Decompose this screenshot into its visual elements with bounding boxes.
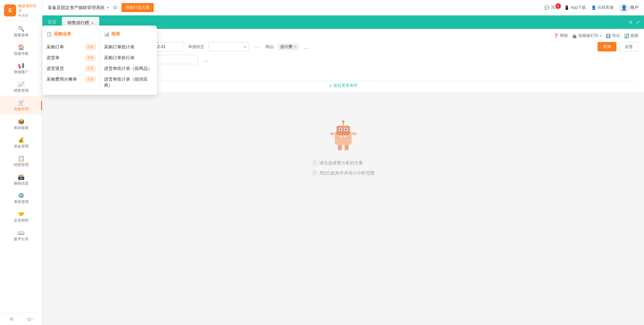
goods-tag-close-icon[interactable]: × bbox=[294, 44, 296, 49]
dropdown-item-stock-stat-supplier[interactable]: 进货单统计表（按供应商） bbox=[104, 74, 153, 91]
sidebar-item-label: 库存核算 bbox=[14, 126, 29, 130]
dropdown-item-purchase-fee[interactable]: 采购费用分摊单 历史 bbox=[46, 74, 96, 85]
industry-btn[interactable]: 体验行业方案 bbox=[121, 3, 154, 12]
sidebar-collapse-btn[interactable]: ◁▷ bbox=[26, 316, 33, 322]
help-label: 帮助 bbox=[560, 33, 568, 39]
svg-rect-8 bbox=[330, 132, 334, 135]
sidebar-item-purchase[interactable]: 🛒 采购管理 bbox=[0, 96, 42, 115]
sidebar-item-label: 销售管理 bbox=[14, 88, 29, 93]
svg-rect-11 bbox=[345, 145, 349, 150]
user-area[interactable]: 👤 用户 bbox=[619, 3, 639, 12]
basic-info-icon: 🗃️ bbox=[18, 174, 25, 180]
sidebar-item-marketing[interactable]: 📢 营销推广 bbox=[0, 59, 42, 78]
sidebar-item-label: 快捷导航 bbox=[14, 51, 29, 56]
dropdown-reports-title: 📊 报表 bbox=[104, 30, 153, 38]
dropdown-item-stock-return[interactable]: 进货退货 历史 bbox=[46, 63, 96, 74]
status-select[interactable] bbox=[208, 42, 249, 51]
purchase-icon: 🛒 bbox=[18, 99, 25, 106]
help-btn[interactable]: ❓ 帮助 bbox=[553, 33, 568, 39]
sidebar-item-system[interactable]: ⚙️ 系统管理 bbox=[0, 189, 42, 207]
sidebar-item-basic-info[interactable]: 🗃️ 基础信息 bbox=[0, 170, 42, 189]
export-btn[interactable]: ⬆️ 导出 bbox=[606, 33, 620, 39]
sidebar-item-label: 采购管理 bbox=[14, 107, 29, 111]
tab-close-icon[interactable]: × bbox=[91, 21, 94, 26]
logo-icon: 6 bbox=[4, 4, 16, 16]
purchase-exec-label: 采购订单执行表 bbox=[104, 55, 135, 61]
topbar-settings-icon[interactable]: ⚙ bbox=[113, 4, 117, 11]
export-label: 导出 bbox=[612, 33, 620, 39]
sidebar-item-sales[interactable]: 📈 销售管理 bbox=[0, 78, 42, 96]
topbar-right: 💬 消息 6 📱 App下载 👤 在线客服 👤 用户 bbox=[544, 3, 639, 12]
empty-hint-text-1: 请先选择要分析的方案 bbox=[319, 159, 363, 167]
sidebar-item-finance[interactable]: 💰 资金管理 bbox=[0, 133, 42, 152]
marketing-icon: 📢 bbox=[18, 63, 25, 69]
system-name-dropdown-icon[interactable]: ▾ bbox=[107, 5, 109, 10]
collapse-btn[interactable]: ∧ 收起更多条件 bbox=[329, 83, 358, 88]
svg-rect-10 bbox=[338, 145, 342, 150]
refresh-label: 刷新 bbox=[631, 33, 639, 39]
user-avatar: 👤 bbox=[619, 3, 629, 12]
tab-expand-icon[interactable]: ⤢ bbox=[636, 19, 640, 26]
inventory-icon: 📦 bbox=[18, 118, 25, 125]
purchase-fee-label: 采购费用分摊单 bbox=[46, 76, 77, 82]
empty-hint-step-2: 2 用[过滤]条件来缩小分析范围 bbox=[312, 169, 374, 177]
sidebar-footer: ⚙ ◁▷ bbox=[0, 313, 42, 325]
sidebar-item-label: 企业协同 bbox=[14, 218, 29, 222]
tab-close-window-icon[interactable]: ✕ bbox=[629, 19, 633, 26]
dropdown-item-stock-in[interactable]: 进货单 历史 bbox=[46, 52, 96, 63]
query-btn[interactable]: 查询 bbox=[598, 42, 616, 51]
empty-state-illustration bbox=[323, 120, 363, 153]
sidebar-item-cooperation[interactable]: 🤝 企业协同 bbox=[0, 207, 42, 226]
online-service-btn[interactable]: 👤 在线客服 bbox=[591, 5, 614, 10]
sidebar-item-inventory[interactable]: 📦 库存核算 bbox=[0, 115, 42, 133]
dropdown-menu: 📋 采购业务 采购订单 历史 进货单 历史 进货退货 历史 采购费用分摊单 bbox=[42, 26, 157, 95]
sidebar-item-label: 营销推广 bbox=[14, 70, 29, 74]
notification-btn[interactable]: 💬 消息 6 bbox=[544, 5, 559, 10]
stock-stat-supplier-label: 进货单统计表（按供应商） bbox=[104, 76, 153, 88]
notification-icon: 💬 bbox=[544, 5, 549, 10]
sidebar-item-operation[interactable]: 📋 经营管理 bbox=[0, 152, 42, 170]
home-icon: 🏠 bbox=[18, 44, 25, 50]
cooperation-icon: 🤝 bbox=[18, 211, 25, 217]
print-dropdown-icon[interactable]: ▾ bbox=[600, 34, 602, 38]
system-name-text: 装备及固定资产辅助管理系统 bbox=[48, 5, 105, 11]
dropdown-item-stock-stat-goods[interactable]: 进货单统计表（按商品） bbox=[104, 63, 153, 74]
main-content: 装备及固定资产辅助管理系统 ▾ ⚙ 体验行业方案 💬 消息 6 📱 App下载 … bbox=[42, 0, 644, 325]
step-2-num: 2 bbox=[312, 170, 317, 176]
reports-col-title-text: 报表 bbox=[111, 31, 120, 37]
tab-bar-actions: ✕ ⤢ bbox=[629, 19, 644, 26]
sidebar-item-search[interactable]: 🔍 搜索菜单 bbox=[0, 22, 42, 41]
sidebar-item-label: 搜索菜单 bbox=[14, 33, 29, 37]
purchase-order-label: 采购订单 bbox=[46, 44, 64, 50]
svg-point-4 bbox=[340, 129, 342, 130]
stock-in-history-badge: 历史 bbox=[85, 55, 96, 61]
status-dots[interactable]: ⋯ bbox=[253, 43, 261, 50]
app-download-btn[interactable]: 📱 App下载 bbox=[564, 5, 586, 10]
brand-name: 畅捷通好生意 bbox=[18, 3, 38, 13]
print-btn[interactable]: 🖨️ 按模板打印 ▾ bbox=[572, 33, 602, 39]
salesperson-dots[interactable]: ... bbox=[202, 56, 210, 63]
stock-return-label: 进货退货 bbox=[46, 66, 64, 72]
stock-return-history-badge: 历史 bbox=[85, 66, 96, 72]
refresh-btn[interactable]: 🔄 刷新 bbox=[624, 33, 639, 39]
dropdown-item-purchase-order[interactable]: 采购订单 历史 bbox=[46, 42, 96, 52]
filter-settings-btn[interactable]: 设置 bbox=[619, 42, 639, 51]
sidebar-item-guide[interactable]: 📖 新手引导 bbox=[0, 226, 42, 245]
logo-area: 6 畅捷通好生意 标准版 bbox=[0, 0, 42, 21]
sidebar-settings-btn[interactable]: ⚙ bbox=[9, 316, 14, 322]
print-icon: 🖨️ bbox=[572, 34, 577, 38]
sidebar-item-label: 资金管理 bbox=[14, 144, 29, 149]
goods-tag: 设计费 × bbox=[278, 43, 299, 50]
sidebar: 6 畅捷通好生意 标准版 🔍 搜索菜单 🏠 快捷导航 📢 营销推广 📈 销售管 bbox=[0, 0, 42, 325]
sidebar-item-quick-nav[interactable]: 🏠 快捷导航 bbox=[0, 41, 42, 59]
dropdown-item-purchase-exec[interactable]: 采购订单执行表 bbox=[104, 52, 153, 63]
goods-dots[interactable]: ... bbox=[303, 43, 311, 50]
help-icon: ❓ bbox=[553, 34, 559, 38]
stock-stat-goods-label: 进货单统计表（按商品） bbox=[104, 66, 152, 72]
sales-icon: 📈 bbox=[18, 81, 25, 87]
status-label: 单据状态 bbox=[188, 44, 204, 50]
empty-hint-step-1: 1 请先选择要分析的方案 bbox=[312, 159, 374, 167]
dropdown-item-purchase-stat[interactable]: 采购订单统计表 bbox=[104, 42, 153, 52]
sidebar-item-label: 系统管理 bbox=[14, 200, 29, 204]
brand-sub: 标准版 bbox=[18, 13, 38, 18]
